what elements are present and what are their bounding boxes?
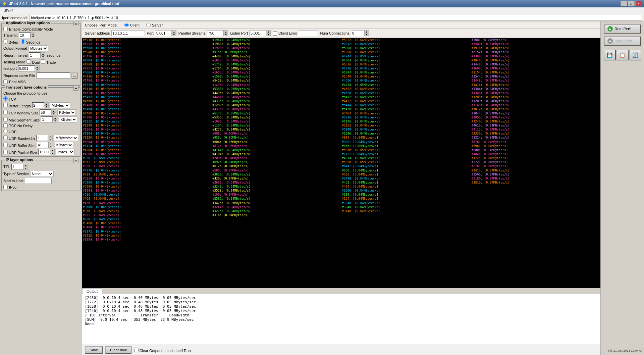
- client-limit-input[interactable]: [298, 30, 318, 36]
- tos-select[interactable]: None Low Delay High Throughput Reliabili…: [30, 171, 54, 177]
- ip-layer-collapse[interactable]: ▲: [73, 158, 78, 163]
- num-conn-down[interactable]: ▼: [364, 33, 369, 36]
- stop-iperf-button[interactable]: ■ Stop IPerf!: [604, 36, 641, 46]
- graph-item: #5008: [0.04MBytes/s]: [341, 46, 471, 50]
- parallel-down[interactable]: ▼: [223, 33, 228, 36]
- parallel-streams-input[interactable]: [207, 30, 223, 36]
- udp-buffer-input[interactable]: [37, 142, 49, 148]
- tcp-win-down[interactable]: ▼: [51, 112, 56, 115]
- enable-compat-checkbox[interactable]: [3, 27, 8, 31]
- listen-port-input[interactable]: [249, 30, 266, 36]
- transmit-up[interactable]: ▲: [31, 32, 35, 35]
- graph-item: #5072: [0.04MBytes/s]: [341, 38, 471, 42]
- graph-item: #1104: [0.04MBytes/s]: [212, 123, 341, 128]
- output-format-select[interactable]: MBytes KBytes GBytes Bits: [29, 45, 48, 51]
- copy-icon-btn[interactable]: 📋: [616, 50, 629, 60]
- rep-file-input[interactable]: [37, 72, 70, 79]
- refresh-icon-btn[interactable]: 🔄: [629, 50, 641, 60]
- test-port-up[interactable]: ▲: [35, 65, 40, 68]
- num-conn-up[interactable]: ▲: [364, 30, 369, 33]
- port-input[interactable]: [155, 30, 172, 36]
- tcp-radio[interactable]: [3, 96, 8, 101]
- save-icon-btn[interactable]: 💾: [604, 50, 616, 60]
- trade-checkbox[interactable]: [41, 59, 45, 64]
- num-connections-input[interactable]: [351, 30, 364, 36]
- udp-buf-down[interactable]: ▼: [49, 145, 53, 148]
- transport-layer-collapse[interactable]: ▲: [73, 85, 78, 91]
- transmit-down[interactable]: ▼: [31, 35, 35, 38]
- udp-packet-input[interactable]: [38, 149, 50, 155]
- max-seg-checkbox[interactable]: [3, 117, 8, 121]
- report-up[interactable]: ▲: [41, 52, 45, 55]
- tcp-nodelay-checkbox[interactable]: [3, 123, 8, 128]
- tcp-window-checkbox[interactable]: [3, 110, 8, 114]
- port-up[interactable]: ▲: [172, 30, 176, 33]
- dual-checkbox[interactable]: [26, 59, 31, 64]
- ttl-up[interactable]: ▲: [23, 164, 28, 167]
- rep-file-browse[interactable]: ...: [71, 72, 77, 79]
- parallel-up[interactable]: ▲: [223, 30, 228, 33]
- test-port-input[interactable]: [18, 65, 35, 71]
- buffer-length-input[interactable]: [32, 102, 44, 108]
- udp-buffer-checkbox[interactable]: [3, 143, 8, 147]
- menu-jperf[interactable]: JPerf: [1, 8, 15, 13]
- buffer-len-up[interactable]: ▲: [44, 102, 49, 105]
- graph-item: #1136: [0.04MBytes/s]: [341, 119, 471, 123]
- maximize-button[interactable]: □: [628, 1, 635, 6]
- graph-item: #404: [0.04MBytes/s]: [341, 185, 471, 189]
- buffer-len-down[interactable]: ▼: [44, 105, 49, 108]
- ttl-input[interactable]: [11, 164, 23, 170]
- udp-pkt-down[interactable]: ▼: [50, 152, 55, 155]
- transmit-input[interactable]: [19, 32, 31, 38]
- max-seg-input[interactable]: [41, 116, 53, 122]
- print-mss-checkbox[interactable]: [3, 80, 8, 84]
- output-tab-item[interactable]: Output: [82, 288, 102, 294]
- udp-packet-unit[interactable]: BytesKBytes: [56, 149, 74, 155]
- max-seg-up[interactable]: ▲: [53, 116, 57, 119]
- max-seg-unit[interactable]: KBytesMBytesBytes: [59, 116, 77, 122]
- max-seg-down[interactable]: ▼: [53, 119, 57, 122]
- seconds-radio-label: Seconds: [21, 39, 41, 44]
- udp-bw-up[interactable]: ▲: [48, 135, 53, 138]
- udp-pkt-up[interactable]: ▲: [50, 149, 55, 152]
- close-button[interactable]: ×: [635, 1, 642, 6]
- report-down[interactable]: ▼: [41, 55, 45, 58]
- bytes-radio[interactable]: [3, 39, 8, 44]
- buffer-length-checkbox[interactable]: [3, 103, 8, 107]
- tcp-window-input[interactable]: [40, 109, 51, 115]
- bind-host-label: Bind to Host: [3, 179, 23, 183]
- save-button[interactable]: Save: [85, 346, 103, 354]
- udp-packet-checkbox[interactable]: [3, 150, 8, 154]
- udp-bandwidth-unit[interactable]: MBytes/secKBytes/sec: [54, 135, 78, 141]
- tcp-window-unit[interactable]: KBytesMBytesBytes: [57, 109, 76, 115]
- test-port-down[interactable]: ▼: [35, 68, 40, 71]
- listen-port-up[interactable]: ▲: [266, 30, 271, 33]
- udp-bw-down[interactable]: ▼: [48, 138, 53, 141]
- seconds-radio[interactable]: [21, 39, 25, 44]
- ipv6-checkbox[interactable]: [3, 185, 8, 189]
- server-radio[interactable]: [146, 23, 151, 27]
- udp-radio[interactable]: [3, 129, 8, 133]
- tcp-win-up[interactable]: ▲: [51, 109, 56, 112]
- clear-output-checkbox[interactable]: [134, 348, 139, 352]
- clear-now-button[interactable]: Clear now: [105, 346, 131, 354]
- report-interval-input[interactable]: [29, 52, 41, 58]
- app-layer-collapse[interactable]: ▲: [73, 21, 78, 26]
- minimize-button[interactable]: _: [621, 1, 627, 6]
- run-iperf-button[interactable]: ▶ Run IPerf!: [604, 24, 641, 34]
- udp-buffer-unit[interactable]: KBytesMBytes: [55, 142, 73, 148]
- listen-port-down[interactable]: ▼: [266, 33, 271, 36]
- client-radio[interactable]: [124, 23, 129, 27]
- udp-bandwidth-input[interactable]: [36, 135, 48, 141]
- report-interval-unit: seconds: [47, 53, 60, 57]
- server-address-input[interactable]: [111, 30, 145, 36]
- buffer-length-unit[interactable]: MBytesKBytesBytes: [50, 102, 70, 108]
- port-down[interactable]: ▼: [172, 33, 176, 36]
- ttl-down[interactable]: ▼: [23, 167, 28, 170]
- udp-buf-up[interactable]: ▲: [49, 142, 53, 145]
- client-limit-checkbox[interactable]: [273, 31, 277, 36]
- udp-bandwidth-checkbox[interactable]: [3, 136, 8, 140]
- udp-bandwidth-spinbox: ▲ ▼: [36, 135, 53, 141]
- iperf-command-input[interactable]: [30, 15, 642, 21]
- bind-host-input[interactable]: [25, 178, 52, 184]
